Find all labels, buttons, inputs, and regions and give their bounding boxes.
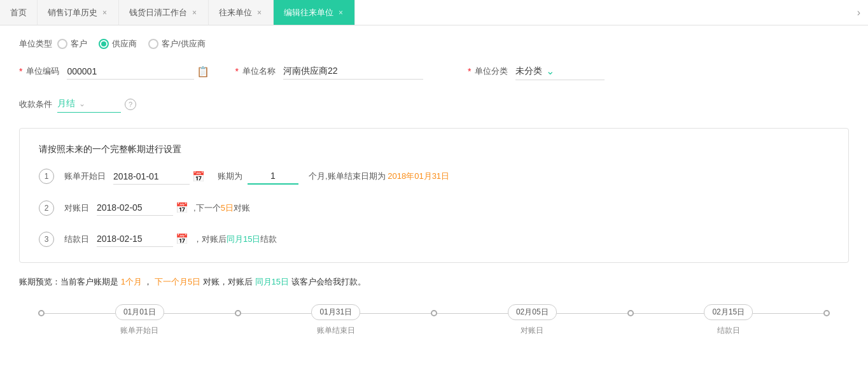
unit-type-radio-group: 客户 供应商 客户/供应商 xyxy=(57,38,206,50)
tab-edit-partner[interactable]: 编辑往来单位 × xyxy=(274,0,355,25)
timeline-label-4: 结款日 xyxy=(717,325,740,336)
tab-home[interactable]: 首页 xyxy=(0,0,38,25)
payment-value: 月结 xyxy=(57,98,75,109)
unit-name-label: 单位名称 xyxy=(242,66,276,77)
timeline-nodes: 01月01日 账单开始日 01月31日 账单结束日 xyxy=(38,304,830,336)
unit-category-group: * 单位分类 未分类 ⌄ xyxy=(468,62,605,80)
preview-text: 账期预览：当前客户账期是 1个月 ， 下一个月5日 对账，对账后 同月15日 该… xyxy=(19,276,849,289)
unit-type-row: 单位类型 客户 供应商 客户/供应商 xyxy=(19,38,849,50)
timeline-segment-3: 02月05日 对账日 xyxy=(437,304,627,336)
calendar-icon-2[interactable]: 📅 xyxy=(176,202,188,214)
unit-name-group: * 单位名称 xyxy=(235,64,423,80)
tabs-bar: 首页 销售订单历史 × 钱货日清工作台 × 往来单位 × 编辑往来单位 × › xyxy=(0,0,868,25)
timeline-label-3: 对账日 xyxy=(521,325,543,336)
period-month-input[interactable] xyxy=(248,168,298,185)
tabs-arrow-icon[interactable]: › xyxy=(850,7,868,18)
radio-customer[interactable]: 客户 xyxy=(57,38,87,50)
timeline-dot-2 xyxy=(235,310,241,316)
unit-category-dropdown[interactable]: 未分类 ⌄ xyxy=(515,62,605,80)
period-desc-3: ，对账后同月15日结款 xyxy=(193,234,277,245)
timeline-dot-1 xyxy=(38,310,45,316)
period-end-date: 2018年01月31日 xyxy=(388,171,449,181)
tab-close-icon[interactable]: × xyxy=(256,8,263,17)
period-row-3: 3 结款日 📅 ，对账后同月15日结款 xyxy=(39,231,829,247)
timeline-dot-4 xyxy=(627,310,634,316)
tab-close-icon[interactable]: × xyxy=(101,8,108,17)
period-date-input-1[interactable] xyxy=(113,169,190,185)
payment-select[interactable]: 月结 ⌄ xyxy=(57,95,121,113)
timeline-node-4 xyxy=(627,304,634,316)
calendar-icon-1[interactable]: 📅 xyxy=(192,171,205,183)
payment-label: 收款条件 xyxy=(19,99,52,110)
copy-icon[interactable]: 📋 xyxy=(197,66,209,78)
period-num-3: 3 xyxy=(39,232,54,247)
radio-label: 客户/供应商 xyxy=(162,38,206,50)
timeline-badge-4: 02月15日 xyxy=(704,304,753,320)
dropdown-arrow-icon: ⌄ xyxy=(546,65,554,77)
tab-close-icon[interactable]: × xyxy=(337,8,344,17)
timeline-label-2: 账单结束日 xyxy=(317,325,355,336)
tab-close-icon[interactable]: × xyxy=(191,8,198,17)
page-content: 单位类型 客户 供应商 客户/供应商 * 单位编码 📋 xyxy=(0,25,868,387)
calendar-icon-3[interactable]: 📅 xyxy=(176,233,188,245)
unit-name-input[interactable] xyxy=(283,64,423,80)
unit-category-value: 未分类 xyxy=(515,66,542,77)
timeline-segment-4: 02月15日 结款日 xyxy=(634,304,824,336)
timeline-badge-node-2: 01月31日 账单结束日 xyxy=(311,304,360,336)
unit-code-label: 单位编码 xyxy=(26,66,59,77)
period-date-input-3[interactable] xyxy=(97,231,173,247)
unit-code-input[interactable] xyxy=(67,64,194,80)
period-mid-label: 账期为 xyxy=(218,171,242,182)
period-num-1: 1 xyxy=(39,169,54,184)
unit-info-row: * 单位编码 📋 * 单位名称 * 单位分类 未分类 ⌄ xyxy=(19,62,849,80)
required-mark: * xyxy=(468,66,471,76)
period-date-group-1: 📅 xyxy=(113,169,205,185)
timeline-badge-node-3: 02月05日 对账日 xyxy=(508,304,557,336)
tab-sales-history[interactable]: 销售订单历史 × xyxy=(38,0,119,25)
timeline-badge-node-4: 02月15日 结款日 xyxy=(704,304,753,336)
radio-label: 客户 xyxy=(71,38,87,50)
timeline-dot-3 xyxy=(431,310,437,316)
period-box-title: 请按照未来的一个完整帐期进行设置 xyxy=(39,144,829,155)
radio-supplier[interactable]: 供应商 xyxy=(99,38,137,50)
timeline-badge-node-1: 01月01日 账单开始日 xyxy=(115,304,164,336)
radio-both[interactable]: 客户/供应商 xyxy=(148,38,206,50)
help-icon[interactable]: ? xyxy=(125,99,136,110)
tab-label: 钱货日清工作台 xyxy=(129,7,187,18)
tab-home-label: 首页 xyxy=(10,7,27,18)
period-field-label-1: 账单开始日 xyxy=(64,171,106,182)
timeline-node-1 xyxy=(38,304,45,316)
period-row-1: 1 账单开始日 📅 账期为 个月,账单结束日期为 2018年01月31日 xyxy=(39,168,829,185)
timeline-badge-3: 02月05日 xyxy=(508,304,557,320)
radio-label: 供应商 xyxy=(112,38,137,50)
period-box: 请按照未来的一个完整帐期进行设置 1 账单开始日 📅 账期为 个月,账单结束日期… xyxy=(19,128,849,263)
tab-label: 编辑往来单位 xyxy=(284,7,333,18)
timeline-node-3 xyxy=(431,304,437,316)
tab-label: 往来单位 xyxy=(219,7,252,18)
unit-type-label: 单位类型 xyxy=(19,38,52,50)
radio-circle-supplier xyxy=(99,39,109,49)
timeline-segment-1: 01月01日 账单开始日 xyxy=(45,304,235,336)
period-suffix-1: 个月,账单结束日期为 2018年01月31日 xyxy=(309,171,449,182)
timeline-end-dot xyxy=(823,304,830,316)
unit-code-group: * 单位编码 📋 xyxy=(19,64,209,80)
timeline-container: 01月01日 账单开始日 01月31日 账单结束日 xyxy=(19,304,849,336)
payment-row: 收款条件 月结 ⌄ ? xyxy=(19,95,849,113)
tab-cash-work[interactable]: 钱货日清工作台 × xyxy=(119,0,209,25)
tab-label: 销售订单历史 xyxy=(48,7,97,18)
required-mark: * xyxy=(235,66,238,76)
period-field-label-3: 结款日 xyxy=(64,234,89,245)
timeline-node-2 xyxy=(235,304,241,316)
timeline-dot-end xyxy=(823,310,830,316)
period-date-group-2: 📅 xyxy=(97,200,188,216)
period-num-2: 2 xyxy=(39,201,54,216)
required-mark: * xyxy=(19,66,22,76)
period-date-input-2[interactable] xyxy=(97,200,173,216)
radio-dot xyxy=(101,41,106,46)
tab-partners[interactable]: 往来单位 × xyxy=(209,0,274,25)
period-field-label-2: 对账日 xyxy=(64,202,89,214)
timeline-label-1: 账单开始日 xyxy=(120,325,158,336)
period-date-group-3: 📅 xyxy=(97,231,188,247)
timeline-badge-2: 01月31日 xyxy=(311,304,360,320)
period-desc-2: ,下一个5日对账 xyxy=(193,202,250,214)
